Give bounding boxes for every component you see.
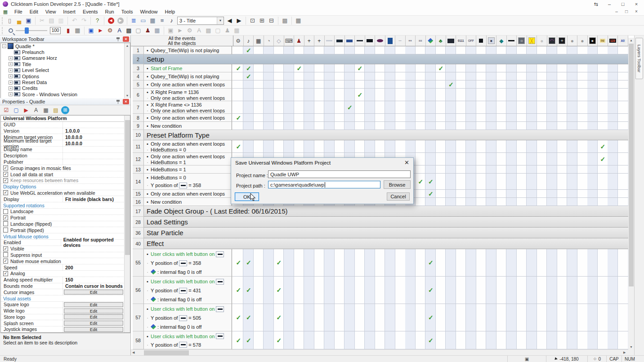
mdi-minimize-icon[interactable]: – bbox=[612, 8, 622, 15]
menu-view[interactable]: View bbox=[42, 9, 60, 14]
action-cells[interactable]: ✓ bbox=[233, 89, 628, 101]
column-obj-ini-icon[interactable]: INI bbox=[598, 36, 608, 46]
zoom-slider[interactable] bbox=[16, 27, 47, 35]
expand-icon[interactable]: + bbox=[9, 80, 13, 85]
build-2-icon[interactable]: ⚙ bbox=[185, 26, 194, 35]
column-keyboard-mouse-icon[interactable]: ⌨ bbox=[284, 36, 295, 46]
event-conditions[interactable]: •Only one action when event loops·HideBu… bbox=[144, 140, 232, 153]
copy-icon[interactable]: ▤ bbox=[47, 16, 56, 25]
pin-icon[interactable] bbox=[116, 36, 121, 42]
scroll-up-icon[interactable]: ▲ bbox=[628, 39, 634, 42]
back-icon[interactable]: ◀ bbox=[106, 16, 116, 25]
checkbox-checked-icon[interactable]: ✓ bbox=[3, 165, 8, 170]
zoom-value-input[interactable]: 100 bbox=[50, 27, 61, 34]
grid-2-icon[interactable]: ▦ bbox=[232, 26, 242, 35]
column-obj-line-faint-icon[interactable] bbox=[325, 36, 335, 46]
column-obj-binary-text-icon[interactable]: 0111 bbox=[456, 36, 466, 46]
action-check-icon[interactable]: ✓ bbox=[244, 331, 254, 349]
project-path-input[interactable]: c:\gamesare\quadle\uwp bbox=[268, 181, 380, 188]
scroll-right-icon[interactable]: ▶ bbox=[623, 351, 626, 354]
action-check-icon[interactable]: ✓ bbox=[233, 331, 244, 349]
column-obj-rect-blue-icon[interactable] bbox=[385, 36, 396, 46]
properties-pin-icon[interactable] bbox=[116, 99, 121, 104]
action-check-icon[interactable]: ✓ bbox=[446, 80, 456, 88]
action-cells[interactable]: ✓✓✓✓ bbox=[233, 249, 628, 277]
event-conditions[interactable]: •Qubey_Title(Wip) is not playing bbox=[144, 46, 232, 54]
forward-icon[interactable]: ▶ bbox=[116, 16, 125, 25]
event-group-row-40[interactable]: 40Effect bbox=[131, 238, 628, 249]
event-editor-icon[interactable]: ▦ bbox=[148, 16, 157, 25]
group-title[interactable]: Preset Platform Type bbox=[144, 130, 628, 140]
event-conditions[interactable]: •New condition bbox=[144, 198, 232, 206]
action-check-icon[interactable]: ✓ bbox=[436, 64, 446, 72]
cut-icon[interactable]: ✂ bbox=[37, 16, 47, 25]
action-cells[interactable]: ✓✓✓✓ bbox=[233, 277, 628, 304]
tree-scrollbar[interactable]: ▲▼ bbox=[124, 43, 130, 98]
font-icon[interactable]: A bbox=[115, 26, 124, 35]
workspace-close-icon[interactable]: × bbox=[123, 36, 129, 42]
browse-button[interactable]: Browse bbox=[384, 180, 411, 189]
dialog-close-icon[interactable]: ✕ bbox=[404, 159, 409, 166]
all-events-header[interactable]: All the events All the objects bbox=[131, 36, 233, 46]
menu-insert[interactable]: Insert bbox=[59, 9, 79, 14]
scroll-down-icon[interactable]: ▼ bbox=[125, 94, 130, 97]
action-check-icon[interactable]: ✓ bbox=[426, 174, 436, 189]
column-obj-bar-black-icon[interactable] bbox=[365, 36, 376, 46]
column-storyboard-controls-icon[interactable]: ▦ bbox=[254, 36, 264, 46]
event-row-1[interactable]: 1•Qubey_Title(Wip) is not playing✓ bbox=[131, 46, 628, 54]
tree-item-credits[interactable]: +Credits bbox=[1, 85, 130, 91]
column-obj-text-2-icon[interactable]: ≡≡ bbox=[406, 36, 416, 46]
run-application-icon[interactable]: ▣ bbox=[86, 26, 96, 35]
column-create-new-objects-icon[interactable]: ◇ bbox=[274, 36, 284, 46]
event-group-row-17[interactable]: 17Fade Object Group - ( Last Edited: 06/… bbox=[131, 206, 628, 217]
checkbox-unchecked-icon[interactable] bbox=[3, 252, 8, 257]
event-row-9[interactable]: 9•New condition bbox=[131, 122, 628, 130]
column-player-1-icon[interactable]: ♟ bbox=[294, 36, 304, 46]
event-horizontal-scrollbar[interactable]: ◀ ▶ bbox=[131, 349, 634, 355]
event-conditions[interactable]: •X Right Frame = 1136·Only one action wh… bbox=[144, 89, 232, 101]
expand-icon[interactable]: + bbox=[9, 92, 13, 96]
new-file-icon[interactable]: ▯ bbox=[5, 16, 14, 25]
edit-button[interactable]: Edit bbox=[64, 302, 123, 307]
checkbox-checked-icon[interactable]: ✓ bbox=[3, 215, 8, 220]
action-check-icon[interactable]: ✓ bbox=[233, 64, 244, 72]
expand-icon[interactable]: + bbox=[9, 62, 13, 66]
expand-icon[interactable]: + bbox=[9, 56, 13, 60]
tree-item-gamesare-horz[interactable]: +Gamesare Horz bbox=[1, 55, 130, 61]
event-conditions[interactable]: •Only one action when event loops·HideBu… bbox=[144, 153, 232, 165]
action-check-icon[interactable]: ✓ bbox=[244, 249, 254, 276]
column-obj-diamond-multicolor-icon[interactable] bbox=[426, 36, 436, 46]
action-check-icon[interactable]: ✓ bbox=[274, 249, 284, 276]
event-row-6[interactable]: 6•X Right Frame = 1136·Only one action w… bbox=[131, 89, 628, 101]
menu-events[interactable]: Events bbox=[79, 9, 102, 14]
action-cells[interactable]: ✓✓✓✓ bbox=[233, 331, 628, 349]
event-conditions[interactable]: •User clicks with left button on ·Y posi… bbox=[144, 277, 232, 304]
action-check-icon[interactable]: ✓ bbox=[355, 64, 365, 72]
tree-item-level-select[interactable]: +Level Select bbox=[1, 67, 130, 73]
action-check-icon[interactable]: ✓ bbox=[294, 64, 304, 72]
action-check-icon[interactable]: ✓ bbox=[233, 114, 244, 121]
frame-editor-icon[interactable]: ▭ bbox=[139, 16, 148, 25]
action-check-icon[interactable]: ✓ bbox=[274, 304, 284, 331]
frame-selector-dropdown[interactable]: 3 - Title▼ bbox=[177, 17, 224, 25]
open-file-icon[interactable]: ▄ bbox=[14, 16, 24, 25]
storyboard-editor-icon[interactable]: ≣ bbox=[129, 16, 139, 25]
checkbox-checked-icon[interactable]: ✓ bbox=[3, 178, 8, 183]
event-conditions[interactable]: •Only one action when event loops bbox=[144, 80, 232, 89]
run-frame-icon[interactable]: ► bbox=[96, 26, 105, 35]
checkbox-unchecked-icon[interactable] bbox=[3, 221, 8, 226]
scrollbar-thumb[interactable] bbox=[144, 350, 189, 355]
menu-file[interactable]: File bbox=[11, 9, 26, 14]
checkbox-checked-icon[interactable]: ✓ bbox=[3, 172, 8, 177]
project-name-input[interactable]: Quadle UWP bbox=[268, 170, 411, 178]
column-obj-ring-white-icon[interactable]: ○ bbox=[517, 36, 527, 46]
next-frame-icon[interactable]: ▶ bbox=[234, 16, 244, 25]
event-conditions[interactable]: •User clicks with left button on ·Y posi… bbox=[144, 304, 232, 331]
event-conditions[interactable]: •Only one action when event loops bbox=[144, 190, 232, 198]
scroll-left-icon[interactable]: ◀ bbox=[132, 351, 134, 354]
edit-button[interactable]: Edit bbox=[64, 308, 123, 313]
event-conditions[interactable]: •HideButtons = 0·Y position of = 358 bbox=[144, 174, 232, 190]
expand-icon[interactable]: + bbox=[9, 68, 13, 72]
checkbox-checked-icon[interactable]: ✓ bbox=[3, 246, 8, 251]
column-obj-circle-2-icon[interactable]: ● bbox=[577, 36, 588, 46]
